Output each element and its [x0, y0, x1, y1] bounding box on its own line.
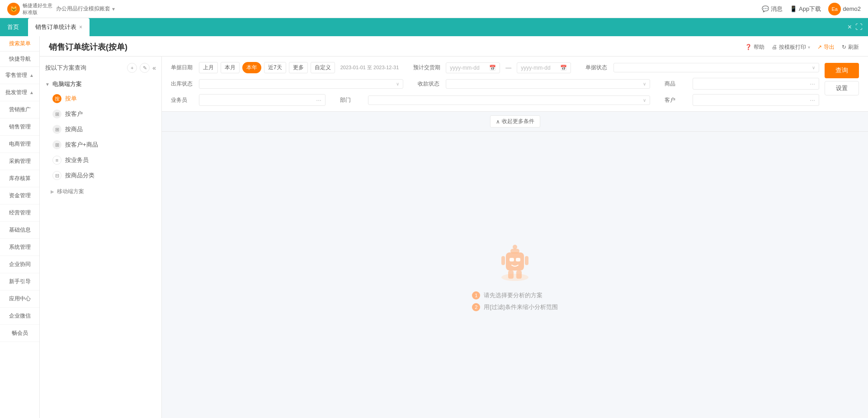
- salesperson-label: 业务员: [171, 96, 193, 104]
- collapse-filters-button[interactable]: ∧ 收起更多条件: [490, 115, 540, 128]
- top-bar-left: 🐱 畅捷通好生意 标准版 办公用品行业模拟账套 ▾: [7, 2, 115, 15]
- sidebar-item-operations[interactable]: 经营管理: [0, 204, 39, 222]
- sidebar-item-wholesale[interactable]: 批发管理 ▲: [0, 84, 39, 101]
- sidebar-item-member[interactable]: 畅会员: [0, 325, 39, 342]
- filter-row-2: 出库状态 ∨ 收款状态 ∨ 商品: [171, 78, 819, 90]
- settings-button[interactable]: 设置: [825, 81, 859, 95]
- tab-bar: 首页 销售订单统计表 × × ⛶: [0, 18, 868, 36]
- sidebar-item-basics[interactable]: 基础信息: [0, 222, 39, 239]
- scheme-item-by-salesperson[interactable]: ≡ 按业务员: [40, 152, 161, 168]
- date-btn-7days[interactable]: 近7天: [264, 62, 286, 73]
- sidebar-item-enterprise[interactable]: 企业协同: [0, 256, 39, 273]
- tab-home[interactable]: 首页: [0, 18, 26, 36]
- scheme-item-icon-grid2: ⊞: [52, 125, 61, 134]
- tip-num-2: 2: [472, 303, 480, 311]
- scheme-item-by-goods[interactable]: ⊞ 按商品: [40, 122, 161, 137]
- svg-point-0: [501, 274, 528, 281]
- tab-close-icon[interactable]: ×: [79, 24, 82, 30]
- help-button[interactable]: ❓ 帮助: [745, 43, 764, 51]
- date-btn-last-month[interactable]: 上月: [199, 62, 218, 73]
- empty-tip-2: 2 用[过滤]条件来缩小分析范围: [472, 303, 557, 311]
- scheme-item-by-category[interactable]: ⊟ 按商品分类: [40, 168, 161, 183]
- filter-row-1: 单据日期 上月 本月 本年 近7天 更多 自定义 2023-01-01 至 20…: [171, 62, 819, 73]
- breadcrumb-arrow-icon[interactable]: ▾: [112, 6, 115, 12]
- status-chevron-icon: ∨: [812, 65, 815, 70]
- page-title: 销售订单统计表(按单): [49, 42, 127, 52]
- chevron-up-icon: ▲: [29, 90, 34, 95]
- empty-tip-1: 1 请先选择要分析的方案: [472, 291, 557, 299]
- sidebar-item-finance[interactable]: 资金管理: [0, 187, 39, 204]
- scheme-mobile-category[interactable]: ▶ 移动端方案: [40, 185, 161, 198]
- body-area: 按以下方案查询 + ✎ « ▼ 电脑端方案 按 按单: [40, 57, 868, 418]
- date-end-placeholder: yyyy-mm-dd: [521, 65, 550, 71]
- svg-point-9: [513, 245, 517, 249]
- calendar2-icon: 📅: [560, 65, 567, 71]
- date-start-input[interactable]: yyyy-mm-dd 📅: [446, 62, 500, 73]
- salesperson-select[interactable]: ···: [199, 94, 326, 106]
- svg-rect-2: [509, 258, 514, 261]
- tab-active[interactable]: 销售订单统计表 ×: [28, 18, 90, 36]
- date-btn-more[interactable]: 更多: [289, 62, 308, 73]
- scheme-panel-title: 按以下方案查询: [45, 64, 86, 72]
- avatar: Ea: [828, 3, 841, 15]
- sidebar-item-wechat[interactable]: 企业微信: [0, 308, 39, 325]
- refresh-button[interactable]: ↻ 刷新: [842, 43, 859, 51]
- scheme-panel: 按以下方案查询 + ✎ « ▼ 电脑端方案 按 按单: [40, 57, 162, 418]
- query-button[interactable]: 查询: [825, 63, 859, 78]
- message-button[interactable]: 💬 消息: [762, 5, 783, 13]
- date-btn-custom[interactable]: 自定义: [311, 62, 335, 73]
- tab-minimize-button[interactable]: ×: [848, 23, 852, 31]
- breadcrumb-text: 办公用品行业模拟账套: [56, 5, 110, 13]
- app-download-icon: 📱: [790, 5, 797, 12]
- sidebar-quick-nav[interactable]: 快捷导航: [0, 52, 39, 67]
- delivery-status-select[interactable]: ∨: [199, 79, 403, 89]
- tip-num-1: 1: [472, 291, 480, 299]
- export-button[interactable]: ↗ 导出: [817, 43, 835, 51]
- delivery-chevron-icon: ∨: [396, 81, 399, 86]
- sidebar-search[interactable]: 搜索菜单: [0, 36, 39, 52]
- scheme-item-by-customer-goods[interactable]: ⊞ 按客户+商品: [40, 137, 161, 152]
- scheme-add-button[interactable]: +: [127, 63, 137, 73]
- sidebar-item-inventory[interactable]: 库存核算: [0, 170, 39, 187]
- app-download-button[interactable]: 📱 App下载: [790, 5, 821, 13]
- scheme-collapse-button[interactable]: «: [152, 64, 156, 71]
- sidebar-item-newuser[interactable]: 新手引导: [0, 273, 39, 290]
- scheme-item-by-order[interactable]: 按 按单: [40, 91, 161, 106]
- empty-illustration: [492, 239, 538, 284]
- sidebar-item-sales[interactable]: 销售管理: [0, 119, 39, 136]
- breadcrumb: 办公用品行业模拟账套 ▾: [56, 5, 115, 13]
- logo-area: 🐱 畅捷通好生意 标准版: [7, 2, 52, 15]
- user-menu-button[interactable]: Ea demo2: [828, 3, 861, 15]
- data-area: 1 请先选择要分析的方案 2 用[过滤]条件来缩小分析范围: [162, 132, 868, 418]
- svg-rect-3: [516, 258, 520, 261]
- top-bar-right: 💬 消息 📱 App下载 Ea demo2: [762, 3, 861, 15]
- sidebar: 搜索菜单 快捷导航 零售管理 ▲ 批发管理 ▲ 营销推广 销售管理 电商管理 采…: [0, 36, 40, 418]
- scheme-category-toggle[interactable]: ▼ 电脑端方案: [40, 77, 161, 91]
- sidebar-item-ecommerce[interactable]: 电商管理: [0, 136, 39, 153]
- filter-body: 单据日期 上月 本月 本年 近7天 更多 自定义 2023-01-01 至 20…: [171, 62, 859, 106]
- sidebar-item-system[interactable]: 系统管理: [0, 239, 39, 256]
- payment-status-select[interactable]: ∨: [446, 79, 650, 89]
- scheme-item-by-customer[interactable]: ⊞ 按客户: [40, 106, 161, 122]
- refresh-icon: ↻: [842, 44, 846, 50]
- tab-maximize-button[interactable]: ⛶: [855, 23, 863, 31]
- svg-rect-6: [508, 271, 514, 279]
- sidebar-item-purchase[interactable]: 采购管理: [0, 153, 39, 170]
- sidebar-item-marketing[interactable]: 营销推广: [0, 101, 39, 119]
- sidebar-item-retail[interactable]: 零售管理 ▲: [0, 67, 39, 84]
- top-bar: 🐱 畅捷通好生意 标准版 办公用品行业模拟账套 ▾ 💬 消息 📱 App下载 E…: [0, 0, 868, 18]
- date-btn-this-year[interactable]: 本年: [242, 62, 261, 73]
- svg-rect-4: [501, 256, 505, 265]
- print-button[interactable]: 🖨 按模板打印 ▾: [772, 43, 810, 51]
- scheme-edit-button[interactable]: ✎: [140, 63, 150, 73]
- status-filter-label: 单据状态: [585, 64, 608, 71]
- date-end-input[interactable]: yyyy-mm-dd 📅: [517, 62, 571, 73]
- calendar-icon: 📅: [489, 65, 496, 71]
- goods-select[interactable]: ···: [693, 78, 819, 90]
- status-select[interactable]: ∨: [613, 63, 819, 72]
- customer-select[interactable]: ···: [693, 94, 819, 106]
- date-filter-label: 单据日期: [171, 64, 193, 71]
- sidebar-item-appcenter[interactable]: 应用中心: [0, 290, 39, 308]
- department-select[interactable]: ∨: [368, 95, 650, 105]
- date-btn-this-month[interactable]: 本月: [221, 62, 240, 73]
